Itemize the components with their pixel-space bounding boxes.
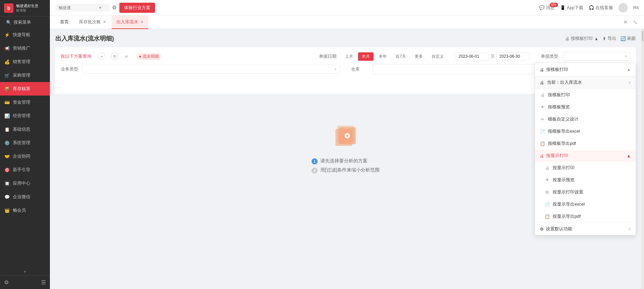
topbar-app-download[interactable]: 📱 App下载 bbox=[560, 5, 583, 11]
sidebar-item-basic[interactable]: 📋 基础信息 bbox=[0, 123, 50, 136]
dropdown-display-excel[interactable]: 📄 按显示导出excel bbox=[535, 198, 636, 210]
date-tag-custom[interactable]: 自定义 bbox=[428, 52, 447, 61]
dropdown-template-preview[interactable]: 👁 按模板预览 bbox=[535, 101, 636, 113]
date-tag-more[interactable]: 更多 bbox=[411, 52, 427, 61]
scrollbar-thumb bbox=[642, 31, 644, 41]
dropdown-footer-left: ⚙ 设置默认功能 bbox=[540, 226, 572, 232]
type-select-arrow: ▾ bbox=[625, 54, 627, 59]
print-template-button[interactable]: 🖨 按模板打印 ▲ bbox=[565, 35, 598, 42]
avatar[interactable] bbox=[618, 3, 628, 12]
sidebar-item-label: 新手引导 bbox=[13, 167, 30, 173]
dropdown-collapse-arrow[interactable]: ▲ bbox=[627, 67, 631, 72]
display-pdf-label: 按显示导出pdf bbox=[553, 213, 626, 219]
sidebar-item-finance[interactable]: 💳 资金管理 bbox=[0, 96, 50, 109]
filter-tag-text: 流水明细 bbox=[143, 54, 159, 59]
filter-setting-button[interactable]: ⚙ bbox=[111, 53, 118, 60]
current-item-arrow: ▾ bbox=[628, 80, 631, 85]
template-preview-label: 按模板预览 bbox=[548, 104, 631, 110]
sidebar-item-inventory[interactable]: 📦 库存核算 bbox=[0, 82, 50, 96]
menu-toggle-icon[interactable]: ☰ bbox=[41, 279, 46, 286]
topbar-gear-icon[interactable]: ⚙ bbox=[112, 4, 117, 11]
template-pdf-icon: 📋 bbox=[540, 141, 545, 146]
sidebar-item-member[interactable]: 👑 畅会员 bbox=[0, 204, 50, 217]
filter-add-button[interactable]: + bbox=[98, 53, 106, 60]
sidebar-item-system[interactable]: ⚙️ 系统管理 bbox=[0, 136, 50, 150]
sidebar-item-apps[interactable]: 🔲 应用中心 bbox=[0, 177, 50, 190]
sidebar-item-marketing[interactable]: 📢 营销推广 bbox=[0, 42, 50, 55]
tab-maximize-button[interactable]: ⤡ bbox=[632, 19, 639, 25]
dropdown-display-pdf[interactable]: 📋 按显示导出pdf bbox=[535, 210, 636, 222]
sidebar-item-wechat[interactable]: 💬 企业微信 bbox=[0, 190, 50, 204]
sidebar-item-sales[interactable]: 💰 销售管理 bbox=[0, 55, 50, 69]
printer-icon: 🖨 bbox=[565, 36, 569, 41]
sidebar-item-cooperation[interactable]: 🤝 企业协同 bbox=[0, 150, 50, 163]
topbar-dropdown-arrow[interactable]: ▾ bbox=[99, 5, 101, 10]
filter-business-type: 业务类型 ▾ bbox=[61, 65, 340, 74]
sidebar-item-label: 畅会员 bbox=[13, 207, 26, 213]
date-tag-last-month[interactable]: 上月 bbox=[341, 52, 357, 61]
dropdown-current-item[interactable]: 🖨 当前：出入库流水 ▾ bbox=[535, 76, 636, 89]
topbar-online-service[interactable]: 🎧 在线客服 bbox=[589, 5, 613, 11]
step-text-2: 用[过滤]条件来缩小分析范围 bbox=[320, 167, 380, 173]
sidebar-item-guide[interactable]: 🎯 新手引导 bbox=[0, 163, 50, 177]
sidebar-item-label: 资金管理 bbox=[13, 99, 30, 105]
type-select[interactable]: ▾ bbox=[563, 52, 631, 61]
template-preview-icon: 👁 bbox=[540, 104, 545, 110]
topbar-messages[interactable]: 💬 消息 99+ bbox=[539, 5, 555, 11]
dropdown-template-pdf[interactable]: 📋 按模板导出pdf bbox=[535, 137, 636, 150]
sidebar-item-purchase[interactable]: 🛒 采购管理 bbox=[0, 69, 50, 82]
dropdown-template-excel[interactable]: 📄 按模板导出excel bbox=[535, 125, 636, 137]
export-button[interactable]: ⬆ 导出 bbox=[603, 35, 616, 42]
refresh-button[interactable]: 🔄 刷新 bbox=[620, 35, 636, 42]
footer-arrow: ▾ bbox=[628, 227, 631, 232]
sidebar-item-business[interactable]: 📊 经营管理 bbox=[0, 109, 50, 123]
filter-type-section: 单据类型 ▾ bbox=[541, 52, 631, 61]
sidebar-scroll-down[interactable]: ▼ bbox=[0, 268, 50, 275]
display-section-arrow: ▲ bbox=[626, 153, 631, 158]
search-icon: 🔍 bbox=[6, 20, 11, 25]
print-template-arrow: ▲ bbox=[594, 36, 598, 41]
dropdown-display-preview[interactable]: 👁 按显示预览 bbox=[535, 174, 636, 186]
tab-home[interactable]: 首页 bbox=[55, 16, 74, 29]
tab-batch-close[interactable]: ✕ bbox=[103, 20, 106, 24]
tab-flow-label: 出入库流水 bbox=[116, 19, 138, 25]
dropdown-display-settings[interactable]: ⚙ 按显示打印设置 bbox=[535, 186, 636, 198]
date-tag-this-month[interactable]: 本月 bbox=[358, 52, 374, 61]
template-custom-label: 模板自定义设计 bbox=[548, 116, 631, 122]
industry-solution-button[interactable]: 体验行业方案 bbox=[119, 3, 155, 13]
dropdown-display-section-header[interactable]: 🖨 按显示打印 ▲ bbox=[535, 150, 636, 162]
page-scrollbar[interactable] bbox=[641, 29, 644, 289]
tab-flow[interactable]: 出入库流水 ✕ bbox=[112, 16, 148, 29]
filter-tag-label: ● 流水明细 bbox=[136, 53, 162, 60]
empty-step-1: 1 请先选择要分析的方案 bbox=[312, 158, 380, 164]
date-end-input[interactable] bbox=[496, 52, 530, 60]
topbar-search-input[interactable] bbox=[59, 5, 99, 10]
dropdown-footer[interactable]: ⚙ 设置默认功能 ▾ bbox=[535, 222, 636, 235]
date-tag-7days[interactable]: 近7天 bbox=[392, 52, 410, 61]
sidebar-search[interactable]: 🔍 搜索菜单 bbox=[0, 17, 50, 28]
current-item-icon: 🖨 bbox=[540, 80, 544, 85]
template-print-label: 按模板打印 bbox=[548, 92, 631, 98]
tab-close-all-button[interactable]: ✕ bbox=[622, 19, 629, 25]
filter-collapse-icon[interactable]: « bbox=[125, 53, 128, 59]
tab-batch[interactable]: 库存批次账 ✕ bbox=[74, 16, 111, 29]
date-start-input[interactable] bbox=[456, 52, 489, 60]
settings-footer-icon[interactable]: ⚙ bbox=[4, 279, 9, 286]
logo-area: b 畅捷通好生意 标准版 bbox=[0, 0, 50, 17]
quick-nav-icon: ⚡ bbox=[4, 32, 10, 38]
sidebar-item-quick-nav[interactable]: ⚡ 快捷导航 bbox=[0, 28, 50, 42]
purchase-icon: 🛒 bbox=[4, 72, 10, 78]
dropdown-template-print[interactable]: 🖨 按模板打印 bbox=[535, 89, 636, 101]
business-type-select[interactable]: ▾ bbox=[82, 65, 340, 74]
filter-tag-icon: ● bbox=[139, 54, 141, 59]
business-type-label: 业务类型 bbox=[61, 66, 79, 72]
tab-flow-close[interactable]: ✕ bbox=[140, 20, 144, 24]
empty-icon bbox=[329, 119, 362, 153]
date-tag-this-year[interactable]: 本年 bbox=[375, 52, 390, 61]
dropdown-display-print[interactable]: 🖨 按显示打印 bbox=[535, 162, 636, 174]
step-num-1: 1 bbox=[312, 158, 318, 164]
dropdown-template-custom[interactable]: ✏ 模板自定义设计 bbox=[535, 113, 636, 125]
filter-date-section: 单据日期 上月 本月 本年 近7天 更多 自定义 bbox=[319, 52, 447, 61]
app-edition: 标准版 bbox=[16, 8, 38, 13]
date-tag-group: 上月 本月 本年 近7天 更多 自定义 bbox=[341, 52, 447, 61]
